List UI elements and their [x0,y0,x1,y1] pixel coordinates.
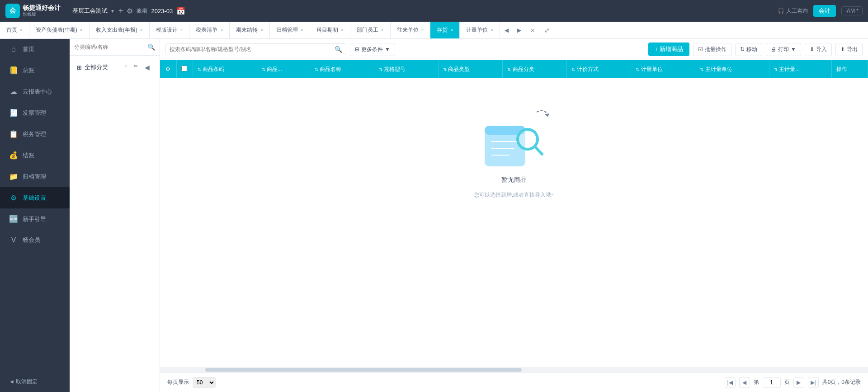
sidebar-item-archive[interactable]: 📁 归档管理 [0,166,70,187]
category-all-item[interactable]: ⊞ 全部分类 ○ ✏ ◀ [73,59,156,76]
tab-close-income[interactable]: × [140,28,143,33]
tab-next-button[interactable]: ▶ [513,22,525,38]
add-product-button[interactable]: + 新增商品 [648,43,689,56]
th-settings[interactable]: ⚙ [160,60,176,78]
company-selector[interactable]: 基层工会测试 ▼ [72,7,115,15]
sidebar-item-invoice[interactable]: 🧾 发票管理 [0,102,70,123]
account-button[interactable]: 会计 [813,5,836,17]
iam-badge: iAM * [841,6,863,15]
tab-bar: 首页 × 资产负债表(中期) × 收入支出表(年报) × 模版设计 × 税表清单… [0,22,868,39]
tab-income[interactable]: 收入支出表(年报) × [90,22,150,38]
tab-close-unit[interactable]: × [491,28,493,33]
tab-close-inventory[interactable]: × [450,28,453,33]
export-icon: ⬆ [840,46,845,52]
tab-close-department[interactable]: × [381,28,384,33]
move-icon: ⇅ [740,46,745,52]
tab-close-partner[interactable]: × [421,28,424,33]
svg-marker-7 [545,113,549,117]
th-spec[interactable]: ⇅ 规格型号 [374,60,439,78]
th-main-unit[interactable]: ⇅ 主计量单位 [695,60,769,78]
category-circle-icon[interactable]: ○ [122,62,130,70]
next-page-button[interactable]: ▶ [793,377,804,388]
first-page-button[interactable]: |◀ [725,377,736,388]
page-number-input[interactable] [763,377,781,388]
tab-close-home[interactable]: × [20,28,23,33]
tab-balance[interactable]: 资产负债表(中期) × [29,22,90,38]
app-sub: 旗舰版 [23,11,61,18]
sidebar-collapse-button[interactable]: ◄ 取消固定 [0,372,70,392]
tab-archive[interactable]: 归档管理 × [270,22,310,38]
tab-home[interactable]: 首页 × [0,22,29,38]
sidebar-item-reports[interactable]: ☁ 云报表中心 [0,81,70,102]
page-label: 第 [754,378,759,386]
batch-operation-button[interactable]: ☑ 批量操作 [693,43,731,56]
product-search-icon[interactable]: 🔍 [335,46,342,53]
horizontal-scrollbar[interactable] [160,367,868,372]
sidebar-item-home[interactable]: ⌂ 首页 [0,39,70,60]
scrollbar-thumb[interactable] [205,368,522,372]
tax-icon: 📋 [9,130,18,138]
th-barcode[interactable]: ⇅ 商品条码 [193,60,257,78]
main-layout: ⌂ 首页 📒 总账 ☁ 云报表中心 🧾 发票管理 📋 税务管理 💰 结账 📁 归… [0,39,868,392]
page-suffix: 页 [784,378,790,386]
per-page-select[interactable]: 50 10 20 100 [193,377,216,388]
prev-page-button[interactable]: ◀ [739,377,750,388]
th-col3[interactable]: ⇅ 主计量... [769,60,832,78]
category-edit-icon[interactable]: ✏ [132,62,140,70]
move-button[interactable]: ⇅ 移动 [735,43,762,56]
sidebar-item-member[interactable]: V 畅会员 [0,230,70,250]
guide-icon: 🆕 [9,215,18,223]
archive-icon: 📁 [9,172,18,181]
add-tab-button[interactable]: + [118,6,123,16]
tab-close-period-end[interactable]: × [260,28,263,33]
tab-close-balance[interactable]: × [80,28,83,33]
sidebar-item-basic[interactable]: ⚙ 基础设置 [0,187,70,208]
tab-close-tax[interactable]: × [220,28,223,33]
empty-illustration [478,105,550,169]
export-button[interactable]: ⬆ 导出 [835,43,863,56]
tab-close-archive[interactable]: × [301,28,303,33]
th-type[interactable]: ⇅ 商品类型 [439,60,503,78]
th-name[interactable]: ⇅ 商品名称 [310,60,374,78]
tab-period-end[interactable]: 期末结转 × [230,22,270,38]
sidebar-item-settle[interactable]: 💰 结账 [0,145,70,166]
filter-button[interactable]: ⊟ 更多条件 ▼ [350,43,395,56]
tab-prev-button[interactable]: ◀ [500,22,513,38]
product-search-input[interactable] [170,46,332,52]
tab-close-subject[interactable]: × [341,28,344,33]
sidebar: ⌂ 首页 📒 总账 ☁ 云报表中心 🧾 发票管理 📋 税务管理 💰 结账 📁 归… [0,39,70,392]
tab-expand-button[interactable]: ⤢ [540,22,554,38]
select-all-checkbox[interactable] [181,66,187,71]
tab-partner[interactable]: 往来单位 × [391,22,431,38]
tab-subject[interactable]: 科目期初 × [310,22,350,38]
category-search-input[interactable] [74,44,145,50]
tab-unit[interactable]: 计量单位 × [460,22,500,38]
th-category[interactable]: ⇅ 商品分类 [503,60,567,78]
left-panel-collapse-button[interactable]: ◀ [142,62,152,73]
ledger-icon: 📒 [9,66,18,75]
th-unit[interactable]: ⇅ 计量单位 [631,60,695,78]
sidebar-item-ledger[interactable]: 📒 总账 [0,60,70,81]
sidebar-item-tax[interactable]: 📋 税务管理 [0,123,70,145]
logo-icon: 会 [5,4,20,18]
tab-close-all-button[interactable]: × [525,22,540,38]
th-checkbox[interactable] [176,60,193,78]
last-page-button[interactable]: ▶| [808,377,819,388]
tab-tax[interactable]: 税表清单 × [189,22,230,38]
th-code[interactable]: ⇅ 商品... [257,60,310,78]
tab-close-template[interactable]: × [180,28,183,33]
tab-template[interactable]: 模版设计 × [150,22,190,38]
sidebar-item-guide[interactable]: 🆕 新手引导 [0,208,70,230]
calendar-icon[interactable]: 📅 [176,7,185,15]
tab-inventory[interactable]: 存货 × [430,22,460,38]
empty-illustration-svg [478,105,550,169]
category-search-row: 🔍 [70,39,160,56]
import-button[interactable]: ⬇ 导入 [805,43,832,56]
tab-department[interactable]: 部门员工 × [350,22,391,38]
settings-gear-icon[interactable]: ⚙ [127,7,133,15]
print-button[interactable]: 🖨 打印 ▼ [766,43,801,56]
category-search-icon[interactable]: 🔍 [147,43,155,51]
cloud-icon: ☁ [9,87,18,96]
th-price-method[interactable]: ⇅ 计价方式 [567,60,631,78]
support-button[interactable]: 🎧 人工咨询 [778,7,808,15]
